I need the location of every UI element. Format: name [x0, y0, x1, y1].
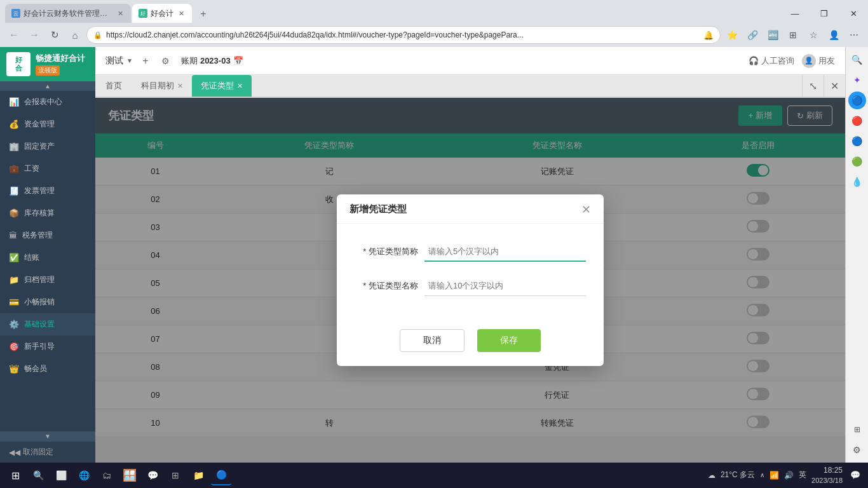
tab-inactive[interactable]: 云 好会计云财务软件管理系统_会计 ✕: [5, 4, 131, 23]
short-label: * 凭证类型简称: [355, 246, 418, 257]
settlement-icon: ✅: [9, 253, 19, 262]
sidebar-item-report[interactable]: 📊 会报表中心: [0, 91, 95, 113]
tab-subject-close[interactable]: ✕: [177, 82, 183, 90]
consult-label: 人工咨询: [761, 55, 794, 67]
sidebar-item-settlement[interactable]: ✅ 结账: [0, 247, 95, 269]
reload-button[interactable]: ↻: [46, 26, 64, 44]
taskbar-app7-button[interactable]: 🔵: [211, 465, 231, 485]
panel-ext4-button[interactable]: 🟢: [848, 152, 866, 170]
extension-button-4[interactable]: ⊞: [784, 26, 802, 44]
main-content: 测试 ▼ + ⚙ 账期 2023-03 📅 🎧 人工咨询 👤 用友: [95, 47, 845, 463]
taskbar-chevron[interactable]: ∧: [760, 471, 764, 478]
taskbar-clock: 18:25 2023/3/18: [811, 466, 843, 485]
page-area: 凭证类型 + 新增 ↻ 刷新 编号 凭证类型简称 凭证类型: [95, 98, 845, 463]
sidebar-item-expense[interactable]: 💳 小畅报销: [0, 291, 95, 313]
extension-button-1[interactable]: ⭐: [723, 26, 741, 44]
workspace-selector[interactable]: 测试 ▼: [105, 55, 133, 67]
home-button[interactable]: ⌂: [66, 26, 84, 44]
sidebar-item-invoice[interactable]: 🧾 发票管理: [0, 180, 95, 202]
forward-button[interactable]: →: [25, 26, 43, 44]
tab2-title: 好会计: [151, 8, 173, 19]
dialog-close-button[interactable]: ✕: [581, 204, 591, 215]
extension-button-2[interactable]: 🔗: [743, 26, 761, 44]
sidebar-item-asset[interactable]: 💰 资金管理: [0, 113, 95, 135]
sidebar-scroll-up[interactable]: ▲: [0, 81, 95, 91]
cancel-button[interactable]: 取消: [400, 329, 465, 352]
taskbar-app1-button[interactable]: 🌐: [74, 465, 94, 485]
save-button[interactable]: 保存: [477, 329, 541, 352]
taskbar-app5-button[interactable]: ⊞: [165, 465, 186, 485]
taskbar-search-button[interactable]: 🔍: [28, 465, 48, 485]
extension-button-3[interactable]: 🔤: [764, 26, 782, 44]
sidebar-scroll-down[interactable]: ▼: [0, 431, 95, 441]
taskbar-app4-button[interactable]: 💬: [142, 465, 163, 485]
consult-button[interactable]: 🎧 人工咨询: [749, 55, 794, 67]
taskbar-time: 18:25: [811, 466, 843, 476]
tab1-close[interactable]: ✕: [116, 9, 125, 18]
sidebar-label-report: 会报表中心: [24, 97, 62, 107]
tab-voucher-type-close[interactable]: ✕: [237, 82, 243, 90]
taskbar-app3-button[interactable]: 🪟: [119, 465, 140, 485]
unpin-button[interactable]: ◀◀ 取消固定: [0, 441, 95, 463]
tab-voucher-type[interactable]: 凭证类型 ✕: [192, 75, 252, 97]
extension-button-5[interactable]: ☆: [804, 26, 822, 44]
tab-active[interactable]: 好 好会计 ✕: [132, 4, 192, 23]
sidebar-label-guide: 新手引导: [24, 341, 55, 352]
tab2-close[interactable]: ✕: [177, 9, 186, 18]
member-icon: 👑: [9, 364, 19, 374]
panel-ext2-button[interactable]: 🔴: [848, 112, 866, 130]
sidebar-item-guide[interactable]: 🎯 新手引导: [0, 336, 95, 358]
panel-ext5-button[interactable]: 💧: [848, 173, 866, 191]
sidebar-item-payroll[interactable]: 💼 工资: [0, 158, 95, 180]
sidebar-label-settlement: 结账: [24, 252, 39, 263]
new-tab-button[interactable]: +: [194, 5, 212, 23]
sidebar-item-tax[interactable]: 🏛 税务管理: [0, 224, 95, 247]
page-tabs-container: 首页 科目期初 ✕ 凭证类型 ✕ ⤡ ✕: [95, 75, 845, 98]
tab-close-panel-button[interactable]: ✕: [824, 75, 845, 97]
taskbar-start-button[interactable]: ⊞: [5, 465, 25, 485]
workspace-settings-button[interactable]: ⚙: [158, 53, 173, 69]
sidebar-item-member[interactable]: 👑 畅会员: [0, 358, 95, 380]
sidebar-item-archive[interactable]: 📁 归档管理: [0, 269, 95, 291]
panel-settings-button[interactable]: ⚙: [848, 441, 866, 459]
sidebar-item-inventory[interactable]: 📦 库存核算: [0, 202, 95, 224]
lock-icon: 🔒: [93, 31, 102, 39]
extension-button-6[interactable]: 👤: [825, 26, 843, 44]
taskbar-app6-button[interactable]: 📁: [188, 465, 208, 485]
panel-search-button[interactable]: 🔍: [848, 51, 866, 69]
name-input[interactable]: [424, 276, 586, 296]
unpin-icon: ◀◀: [9, 448, 20, 457]
user-avatar: 👤: [802, 54, 816, 68]
tab-home[interactable]: 首页: [95, 75, 132, 97]
browser-right-panel: 🔍 ✦ 🔵 🔴 🔵 🟢 💧 ⊞ ⚙: [845, 47, 868, 463]
dialog-footer: 取消 保存: [337, 323, 604, 366]
taskbar-app2-button[interactable]: 🗂: [97, 465, 117, 485]
panel-ext1-button[interactable]: 🔵: [848, 92, 866, 109]
win-restore-button[interactable]: ❒: [810, 4, 839, 23]
sidebar-label-expense: 小畅报销: [24, 297, 55, 308]
user-button[interactable]: 👤 用友: [802, 54, 835, 68]
workspace-name: 测试: [105, 55, 123, 67]
calendar-icon[interactable]: 📅: [233, 56, 243, 65]
win-minimize-button[interactable]: —: [780, 4, 810, 23]
sidebar-item-fixed[interactable]: 🏢 固定资产: [0, 135, 95, 158]
taskbar-weather-icon: ☁: [708, 471, 715, 480]
tab-maximize-button[interactable]: ⤡: [802, 75, 824, 97]
logo-text: 畅捷通好合计: [36, 53, 85, 64]
more-button[interactable]: ⋯: [845, 26, 863, 44]
panel-copilot-button[interactable]: ✦: [848, 71, 866, 89]
url-bar[interactable]: 🔒 https://cloud2.chanjet.com/accounting/…: [86, 26, 721, 44]
win-close-button[interactable]: ✕: [839, 4, 868, 23]
tab-subject[interactable]: 科目期初 ✕: [132, 75, 192, 97]
panel-grid-button[interactable]: ⊞: [848, 421, 866, 438]
taskbar-task-view-button[interactable]: ⬜: [51, 465, 71, 485]
app-bar-right: 🎧 人工咨询 👤 用友: [749, 54, 835, 68]
taskbar-notification-button[interactable]: 💬: [848, 468, 863, 483]
dialog-title: 新增凭证类型: [349, 203, 407, 215]
back-button[interactable]: ←: [5, 26, 23, 44]
panel-ext3-button[interactable]: 🔵: [848, 132, 866, 150]
add-workspace-button[interactable]: +: [138, 53, 153, 69]
sidebar-item-basic-settings[interactable]: ⚙️ 基础设置: [0, 313, 95, 336]
sidebar-items: 📊 会报表中心 💰 资金管理 🏢 固定资产 💼 工资 🧾 发票管理 📦: [0, 91, 95, 431]
short-input[interactable]: [424, 241, 586, 262]
